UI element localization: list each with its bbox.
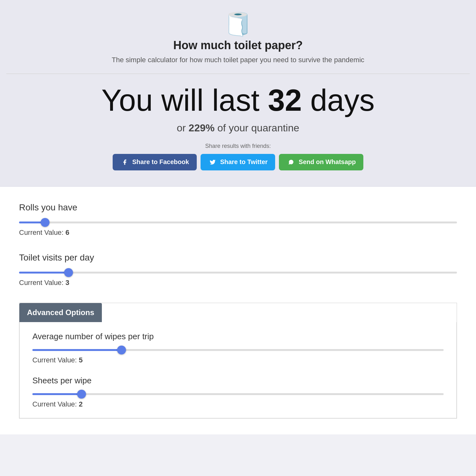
sheets-label: Sheets per wipe — [32, 376, 444, 386]
rolls-value-prefix: Current Value: — [19, 228, 65, 236]
result-percent-suffix: of your quarantine — [215, 122, 299, 134]
toilet-paper-icon: 🧻 — [6, 13, 470, 36]
share-twitter-label: Share to Twitter — [220, 158, 268, 166]
share-label: Share results with friends: — [6, 143, 470, 149]
facebook-icon — [120, 158, 129, 167]
result-days-prefix: You will last — [102, 83, 268, 117]
share-whatsapp-button[interactable]: Send on Whatsapp — [279, 154, 363, 170]
share-facebook-label: Share to Facebook — [132, 158, 189, 166]
main-content: Rolls you have Current Value: 6 Toilet v… — [0, 187, 476, 434]
wipes-slider-wrapper — [32, 347, 444, 352]
result-days-suffix: days — [302, 83, 374, 117]
wipes-value-prefix: Current Value: — [32, 356, 79, 364]
visits-slider-wrapper — [19, 269, 457, 275]
sheets-slider[interactable] — [32, 393, 444, 395]
advanced-options-header[interactable]: Advanced Options — [19, 303, 102, 322]
hero-section: 🧻 How much toilet paper? The simple calc… — [0, 0, 476, 187]
result-days-display: You will last 32 days — [6, 83, 470, 117]
visits-current-value: Current Value: 3 — [19, 279, 457, 287]
advanced-options-body: Average number of wipes per trip Current… — [19, 322, 457, 418]
visits-value-prefix: Current Value: — [19, 279, 65, 287]
advanced-options-section: Advanced Options Average number of wipes… — [19, 303, 457, 419]
app-subtitle: The simple calculator for how much toile… — [6, 56, 470, 64]
result-percent-prefix: or — [177, 122, 188, 134]
rolls-section: Rolls you have Current Value: 6 — [19, 202, 457, 237]
rolls-current-value: Current Value: 6 — [19, 228, 457, 237]
result-percent-display: or 229% of your quarantine — [6, 122, 470, 134]
sheets-value-display: 2 — [79, 400, 83, 408]
wipes-current-value: Current Value: 5 — [32, 356, 444, 364]
result-days-number: 32 — [268, 83, 302, 117]
visits-section: Toilet visits per day Current Value: 3 — [19, 253, 457, 287]
whatsapp-icon — [287, 158, 295, 167]
visits-value-display: 3 — [65, 279, 69, 287]
sheets-current-value: Current Value: 2 — [32, 400, 444, 408]
sheets-value-prefix: Current Value: — [32, 400, 79, 408]
share-whatsapp-label: Send on Whatsapp — [299, 158, 356, 166]
twitter-icon — [208, 158, 217, 167]
rolls-slider-wrapper — [19, 219, 457, 225]
visits-label: Toilet visits per day — [19, 253, 457, 263]
wipes-value-display: 5 — [79, 356, 83, 364]
rolls-slider[interactable] — [19, 221, 457, 223]
share-twitter-button[interactable]: Share to Twitter — [201, 154, 275, 170]
rolls-value-display: 6 — [65, 228, 69, 236]
visits-slider[interactable] — [19, 272, 457, 274]
result-percent-number: 229% — [188, 122, 215, 134]
wipes-slider[interactable] — [32, 349, 444, 351]
share-facebook-button[interactable]: Share to Facebook — [113, 154, 197, 170]
share-buttons-group: Share to Facebook Share to Twitter Send … — [6, 154, 470, 170]
app-title: How much toilet paper? — [6, 39, 470, 52]
rolls-label: Rolls you have — [19, 202, 457, 213]
result-section: You will last 32 days or 229% of your qu… — [6, 74, 470, 170]
sheets-section: Sheets per wipe Current Value: 2 — [32, 376, 444, 408]
sheets-slider-wrapper — [32, 391, 444, 396]
wipes-section: Average number of wipes per trip Current… — [32, 332, 444, 364]
wipes-label: Average number of wipes per trip — [32, 332, 444, 341]
